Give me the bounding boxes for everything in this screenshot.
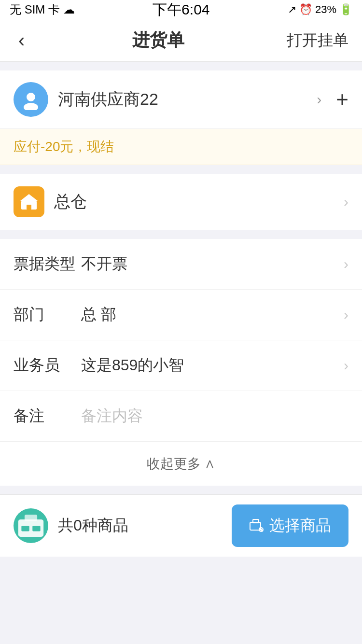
select-product-label: 选择商品	[269, 515, 331, 536]
svg-point-1	[24, 103, 38, 110]
select-product-button[interactable]: 选择商品	[232, 504, 348, 547]
invoice-type-row[interactable]: 票据类型 不开票 ›	[0, 239, 362, 290]
remark-row[interactable]: 备注 备注内容	[0, 391, 362, 442]
warehouse-row[interactable]: 总仓 ›	[0, 174, 362, 230]
product-icon	[14, 508, 48, 543]
salesman-row[interactable]: 业务员 这是859的小智 ›	[0, 340, 362, 391]
mid-divider-2	[0, 230, 362, 239]
battery-icon: 🔋	[339, 3, 352, 16]
svg-rect-8	[32, 526, 40, 531]
add-supplier-button[interactable]: +	[336, 87, 348, 112]
remark-input[interactable]: 备注内容	[81, 406, 348, 427]
invoice-type-value: 不开票	[81, 253, 344, 275]
status-left: 无 SIM 卡 ☁	[10, 2, 75, 17]
supplier-row[interactable]: 河南供应商22 › +	[0, 70, 362, 129]
supplier-card: 河南供应商22 › + 应付-20元，现结	[0, 70, 362, 165]
warehouse-card: 总仓 ›	[0, 174, 362, 230]
nav-bar: ‹ 进货单 打开挂单	[0, 19, 362, 62]
status-right: ↗ ⏰ 23% 🔋	[288, 3, 352, 16]
top-divider	[0, 62, 362, 70]
product-bar: 共0种商品 选择商品	[0, 494, 362, 557]
salesman-label: 业务员	[14, 355, 81, 376]
info-banner: 应付-20元，现结	[0, 129, 362, 165]
invoice-type-label: 票据类型	[14, 253, 81, 275]
collapse-toggle-button[interactable]: 收起更多 ∧	[0, 442, 362, 486]
supplier-chevron-icon: ›	[317, 91, 321, 108]
page-title: 进货单	[132, 28, 184, 52]
sim-status: 无 SIM 卡 ☁	[10, 2, 75, 17]
warehouse-chevron-icon: ›	[344, 194, 348, 210]
mid-divider-1	[0, 165, 362, 174]
alarm-icon: ⏰	[299, 3, 312, 16]
status-bar: 无 SIM 卡 ☁ 下午6:04 ↗ ⏰ 23% 🔋	[0, 0, 362, 19]
status-time: 下午6:04	[153, 0, 209, 20]
back-button[interactable]: ‹	[14, 25, 29, 56]
supplier-name: 河南供应商22	[58, 88, 317, 111]
warehouse-icon	[14, 186, 44, 217]
svg-rect-7	[21, 526, 29, 531]
svg-point-0	[27, 93, 35, 101]
svg-rect-4	[27, 205, 31, 210]
battery-level: 23%	[315, 3, 336, 16]
svg-marker-3	[20, 194, 38, 201]
salesman-value: 这是859的小智	[81, 355, 344, 376]
department-chevron-icon: ›	[344, 307, 348, 323]
supplier-avatar	[14, 82, 48, 117]
department-value: 总 部	[81, 304, 344, 325]
content-area	[0, 557, 362, 644]
location-icon: ↗	[288, 3, 296, 16]
remark-label: 备注	[14, 406, 81, 427]
form-card: 票据类型 不开票 › 部门 总 部 › 业务员 这是859的小智 › 备注 备注…	[0, 239, 362, 486]
select-product-icon	[249, 518, 264, 533]
invoice-type-chevron-icon: ›	[344, 256, 348, 272]
warehouse-name: 总仓	[54, 191, 344, 213]
open-pending-button[interactable]: 打开挂单	[287, 30, 348, 51]
department-row[interactable]: 部门 总 部 ›	[0, 290, 362, 340]
svg-rect-6	[25, 515, 37, 521]
department-label: 部门	[14, 304, 81, 325]
salesman-chevron-icon: ›	[344, 357, 348, 374]
product-count: 共0种商品	[58, 515, 232, 536]
